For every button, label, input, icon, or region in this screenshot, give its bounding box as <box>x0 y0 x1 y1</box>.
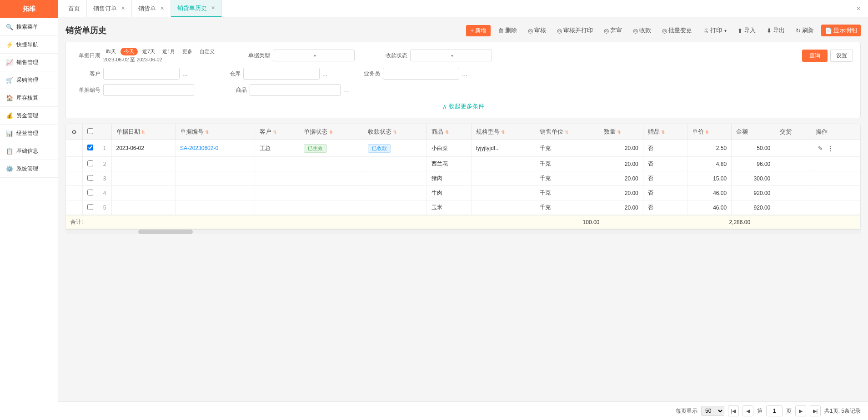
refresh-button[interactable]: ↻ 刷新 <box>792 25 818 36</box>
query-button[interactable]: 查询 <box>802 50 828 62</box>
cell-doc-num[interactable] <box>176 200 255 215</box>
customer-dots[interactable]: ... <box>182 70 188 77</box>
date-tag-7days[interactable]: 近7天 <box>140 48 158 55</box>
current-page-input[interactable] <box>766 405 783 416</box>
tab-sales-order[interactable]: 销售订单 ✕ <box>87 0 132 17</box>
import-button[interactable]: ⬆ 导入 <box>734 25 759 36</box>
payment-status-select[interactable]: ▾ <box>410 50 492 61</box>
goods-dots[interactable]: ... <box>343 86 349 94</box>
first-page-btn[interactable]: |◀ <box>728 405 739 416</box>
tab-sales-order-close[interactable]: ✕ <box>121 5 125 11</box>
cell-settings <box>66 140 82 157</box>
row-checkbox[interactable] <box>87 145 93 150</box>
cell-checkbox[interactable] <box>82 171 98 186</box>
col-unit[interactable]: 销售单位 ⇅ <box>535 124 599 140</box>
date-tag-custom[interactable]: 自定义 <box>197 48 217 55</box>
new-button[interactable]: + 新增 <box>466 25 491 36</box>
tab-home[interactable]: 首页 <box>62 0 87 17</box>
audit-button[interactable]: ◎ 审核 <box>524 25 550 36</box>
col-doc-num[interactable]: 单据编号 ⇅ <box>176 124 255 140</box>
col-customer[interactable]: 客户 ⇅ <box>255 124 299 140</box>
close-all-tabs[interactable]: ✕ <box>853 5 864 12</box>
more-btn[interactable]: ⋮ <box>826 143 836 153</box>
goods-input[interactable] <box>250 84 341 96</box>
tab-sales-history-close[interactable]: ✕ <box>211 5 215 11</box>
receive-icon: ◎ <box>633 27 638 34</box>
cell-checkbox[interactable] <box>82 200 98 215</box>
cell-actions: ✎⋮ <box>811 140 860 157</box>
settings-button[interactable]: 设置 <box>830 50 853 62</box>
col-doc-status[interactable]: 单据状态 ⇅ <box>299 124 363 140</box>
customer-input[interactable] <box>103 68 180 80</box>
col-payment-status[interactable]: 收款状态 ⇅ <box>363 124 427 140</box>
sidebar-item-system-mgmt[interactable]: ⚙️ 系统管理 <box>0 160 58 178</box>
cell-checkbox[interactable] <box>82 140 98 157</box>
export-button[interactable]: ⬇ 导出 <box>763 25 788 36</box>
staff-input[interactable] <box>383 68 459 80</box>
cell-doc-num[interactable] <box>176 157 255 171</box>
next-page-btn[interactable]: ▶ <box>795 405 806 416</box>
sidebar-item-quick-nav[interactable]: ⚡ 快捷导航 <box>0 36 58 54</box>
sidebar-item-purchase-mgmt[interactable]: 🛒 采购管理 <box>0 71 58 89</box>
warehouse-input[interactable] <box>243 68 320 80</box>
abandon-button[interactable]: ◎ 弃审 <box>600 25 626 36</box>
per-page-label: 每页显示 <box>676 407 697 415</box>
prev-page-btn[interactable]: ◀ <box>743 405 753 416</box>
col-gift[interactable]: 赠品 ⇅ <box>643 124 687 140</box>
row-checkbox[interactable] <box>87 204 93 210</box>
col-doc-date[interactable]: 单据日期 ⇅ <box>111 124 176 140</box>
doc-num-input[interactable] <box>103 84 194 96</box>
show-detail-button[interactable]: 📄 显示明细 <box>821 25 861 36</box>
row-checkbox[interactable] <box>87 175 93 181</box>
scrollbar-thumb[interactable] <box>138 230 193 234</box>
delete-button[interactable]: 🗑 删除 <box>494 25 521 36</box>
toolbar: + 新增 🗑 删除 ◎ 审核 ◎ 审核并打印 ◎ 弃审 <box>466 25 861 36</box>
sidebar-item-finance-mgmt[interactable]: 💰 资金管理 <box>0 107 58 125</box>
batch-change-button[interactable]: ◎ 批量变更 <box>658 25 696 36</box>
cell-doc-date <box>111 186 176 200</box>
tab-sales-delivery-close[interactable]: ✕ <box>160 5 164 11</box>
tab-sales-delivery[interactable]: 销货单 ✕ <box>132 0 171 17</box>
tab-sales-history[interactable]: 销货单历史 ✕ <box>171 0 222 17</box>
sidebar-item-basic-info[interactable]: 📋 基础信息 <box>0 142 58 160</box>
col-unit-price[interactable]: 单价 ⇅ <box>687 124 731 140</box>
per-page-select[interactable]: 50 100 200 <box>701 406 724 416</box>
horizontal-scrollbar[interactable] <box>65 229 861 234</box>
date-tag-1month[interactable]: 近1月 <box>160 48 178 55</box>
sidebar-item-sales-mgmt[interactable]: 📈 销售管理 <box>0 54 58 71</box>
cell-doc-status: 已生效 <box>299 140 363 157</box>
col-checkbox[interactable] <box>82 124 98 140</box>
last-page-btn[interactable]: ▶| <box>810 405 821 416</box>
cell-checkbox[interactable] <box>82 157 98 171</box>
tab-sales-delivery-label: 销货单 <box>138 5 156 13</box>
cell-doc-num[interactable] <box>176 186 255 200</box>
collapse-filter-btn[interactable]: ∧ 收起更多条件 <box>73 100 853 112</box>
row-checkbox[interactable] <box>87 190 93 195</box>
date-tag-yesterday[interactable]: 昨天 <box>103 48 119 55</box>
sidebar-item-operations-mgmt[interactable]: 📊 经营管理 <box>0 125 58 142</box>
date-tag-more[interactable]: 更多 <box>180 48 195 55</box>
col-goods[interactable]: 商品 ⇅ <box>427 124 471 140</box>
col-spec[interactable]: 规格型号 ⇅ <box>471 124 535 140</box>
sidebar-item-inventory[interactable]: 🏠 库存核算 <box>0 89 58 107</box>
audit-print-button[interactable]: ◎ 审核并打印 <box>553 25 597 36</box>
cell-payment-status <box>363 171 427 186</box>
cell-unit-price: 46.00 <box>687 186 731 200</box>
col-settings[interactable]: ⚙ <box>66 124 82 140</box>
print-button[interactable]: 🖨 打印 <box>699 25 730 36</box>
cell-checkbox[interactable] <box>82 186 98 200</box>
col-qty[interactable]: 数量 ⇅ <box>599 124 643 140</box>
cell-unit-price: 2.50 <box>687 140 731 157</box>
staff-dots[interactable]: ... <box>462 70 467 77</box>
cell-doc-num[interactable]: SA-20230602-0 <box>176 140 255 157</box>
date-tag-today[interactable]: 今天 <box>120 48 138 55</box>
warehouse-filter: 仓库 ... <box>213 68 328 80</box>
sidebar-item-search-menu[interactable]: 🔍 搜索菜单 <box>0 18 58 36</box>
edit-btn[interactable]: ✎ <box>816 143 826 153</box>
row-checkbox[interactable] <box>87 160 93 166</box>
receive-button[interactable]: ◎ 收款 <box>629 25 655 36</box>
warehouse-dots[interactable]: ... <box>322 70 328 77</box>
select-all-checkbox[interactable] <box>87 128 93 134</box>
cell-doc-num[interactable] <box>176 171 255 186</box>
doc-type-select[interactable]: ▾ <box>273 50 355 61</box>
